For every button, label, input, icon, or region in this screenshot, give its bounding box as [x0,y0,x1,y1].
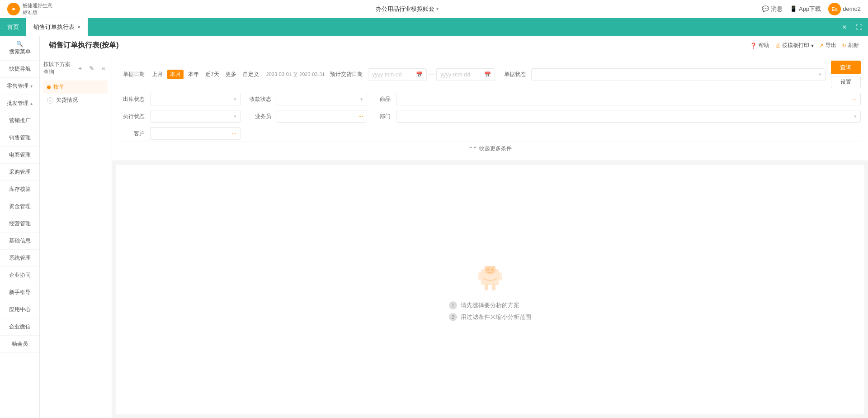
sidebar-item-member[interactable]: 畅会员 [0,336,39,353]
customer-select[interactable]: ··· [150,127,241,140]
sidebar-item-system[interactable]: 系统管理 [0,250,39,267]
query-button[interactable]: 查询 [831,61,861,74]
page-header-actions: ❓ 帮助 🖨 按模板打印 ▾ ↗ 导出 ↻ 刷新 [750,42,859,54]
sidebar-item-ecommerce[interactable]: 电商管理 [0,147,39,164]
sidebar-item-retail[interactable]: 零售管理 ▾ [0,78,39,95]
tab-sales-order[interactable]: 销售订单执行表 × [26,18,88,36]
sidebar-item-retail-label: 零售管理 [7,82,28,90]
sidebar-item-finance[interactable]: 资金管理 [0,198,39,215]
collapse-panel-button[interactable]: « [99,64,108,73]
maximize-button[interactable]: ⛶ [854,22,864,33]
delivery-date-start[interactable]: yyyy-mm-dd 📅 [368,68,427,81]
template-print-button[interactable]: 🖨 按模板打印 ▾ [775,42,814,49]
collection-status-arrow: ▾ [360,96,363,102]
preset-more[interactable]: 更多 [224,70,238,79]
preset-7days[interactable]: 近7天 [203,70,221,79]
expected-delivery-label: 预计交货日期 [330,71,363,78]
sidebar-item-basic-label: 基础信息 [9,237,31,245]
collection-status-label: 收款状态 [246,95,271,103]
expected-delivery-inputs: yyyy-mm-dd 📅 — yyyy-mm-dd 📅 [368,68,495,81]
department-select[interactable]: ▾ [396,110,861,123]
execution-status-select[interactable]: ▾ [150,110,241,123]
product-dots[interactable]: ··· [852,96,857,102]
department-label: 部门 [373,113,391,120]
preset-custom[interactable]: 自定义 [241,70,261,79]
sidebar-item-management-label: 经营管理 [9,220,31,228]
empty-tips: 1 请先选择要分析的方案 2 用过滤条件来缩小分析范围 [449,301,531,321]
sidebar-item-purchase[interactable]: 采购管理 [0,164,39,181]
settings-button[interactable]: 设置 [831,76,861,88]
sidebar-item-wechat[interactable]: 企业微信 [0,318,39,336]
preset-this-year[interactable]: 本年 [186,70,201,79]
collapse-button[interactable]: ⌃⌃ 收起更多条件 [468,145,512,152]
header-center[interactable]: 办公用品行业模拟账套 ▾ [376,5,439,13]
export-icon: ↗ [819,43,824,49]
sidebar-item-guide[interactable]: 新手引导 [0,284,39,301]
logo-area: 畅捷通好生意 标准版 [7,2,52,15]
sidebar-item-guide-label: 新手引导 [9,289,31,296]
user-action[interactable]: Ea demo2 [828,3,861,15]
date-dash: — [429,71,434,78]
print-dropdown-icon[interactable]: ▾ [811,43,814,49]
product-select[interactable]: ··· [396,93,861,105]
preset-this-month[interactable]: 本月 [167,70,184,79]
sidebar-item-finance-label: 资金管理 [9,203,31,210]
tip-2: 2 用过滤条件来缩小分析范围 [449,313,531,321]
sidebar-item-enterprise-label: 企业协同 [9,271,31,279]
sidebar-item-sales[interactable]: 销售管理 [0,129,39,147]
collection-status-select[interactable]: ▾ [277,93,367,105]
salesperson-select[interactable]: ··· [277,110,367,123]
message-action[interactable]: 💬 消息 [762,5,783,13]
sidebar-quick-nav[interactable]: 快捷导航 [0,61,39,78]
sidebar-item-wholesale[interactable]: 批发管理 ▴ [0,95,39,112]
scheme-item-shortage[interactable]: ○ 欠货情况 [43,94,108,107]
delivery-date-end[interactable]: yyyy-mm-dd 📅 [436,68,495,81]
refresh-button[interactable]: ↻ 刷新 [842,42,859,49]
sidebar-search[interactable]: 🔍 搜索菜单 [0,36,39,61]
sidebar-item-wechat-label: 企业微信 [9,323,31,331]
sidebar-item-purchase-label: 采购管理 [9,168,31,176]
tab-home-label: 首页 [7,23,19,31]
tab-home[interactable]: 首页 [0,18,26,36]
customer-dots[interactable]: ··· [232,130,236,137]
sidebar-item-basic[interactable]: 基础信息 [0,233,39,250]
page-content: 销售订单执行表(按单) ❓ 帮助 🖨 按模板打印 ▾ ↗ 导出 ↻ 刷新 [40,36,868,418]
logo-icon [7,3,20,15]
salesperson-dots[interactable]: ··· [359,113,363,119]
product-label: 商品 [373,95,391,103]
sidebar-item-ecommerce-label: 电商管理 [9,151,31,159]
print-icon: 🖨 [775,43,780,49]
edit-scheme-button[interactable]: ✎ [87,64,96,73]
svg-rect-2 [485,266,495,273]
left-panel-header: 按以下方案查询 + ✎ « [43,61,108,76]
delivery-status-select[interactable]: ▾ [150,93,241,105]
scheme-item-order[interactable]: 按单 [43,81,108,94]
sidebar-item-inventory[interactable]: 库存核算 [0,181,39,198]
app-download-action[interactable]: 📱 App下载 [790,5,821,13]
svg-rect-7 [498,272,502,280]
bill-status-select[interactable]: ▾ [531,68,826,81]
add-scheme-button[interactable]: + [75,64,85,73]
close-all-button[interactable]: ✕ [839,22,850,33]
sidebar-item-apps[interactable]: 应用中心 [0,301,39,318]
tab-close-icon[interactable]: × [77,24,80,30]
content-area: 按以下方案查询 + ✎ « 按单 ○ 欠货情况 [40,55,868,418]
help-button[interactable]: ❓ 帮助 [750,42,769,49]
sidebar-item-member-label: 畅会员 [12,340,28,348]
logo-text: 畅捷通好生意 标准版 [23,2,52,15]
sidebar-item-enterprise[interactable]: 企业协同 [0,267,39,284]
sidebar-item-sales-label: 销售管理 [9,134,31,142]
sidebar-item-management[interactable]: 经营管理 [0,215,39,233]
filter-row-2: 出库状态 ▾ 收款状态 ▾ 商品 ··· [119,93,861,105]
left-filter-panel: 按以下方案查询 + ✎ « 按单 ○ 欠货情况 [40,55,112,418]
bill-status-label: 单据状态 [504,71,526,78]
left-panel-icons: + ✎ « [75,64,108,73]
left-panel-title: 按以下方案查询 [43,61,75,76]
preset-last-month[interactable]: 上月 [150,70,165,79]
circle-icon: ○ [47,97,53,104]
company-dropdown-icon[interactable]: ▾ [436,6,439,12]
avatar: Ea [828,3,841,15]
main-content: 🔍 搜索菜单 快捷导航 零售管理 ▾ 批发管理 ▴ 营销推广 销售管理 电商管理… [0,36,868,418]
sidebar-item-marketing[interactable]: 营销推广 [0,112,39,129]
export-button[interactable]: ↗ 导出 [819,42,836,49]
